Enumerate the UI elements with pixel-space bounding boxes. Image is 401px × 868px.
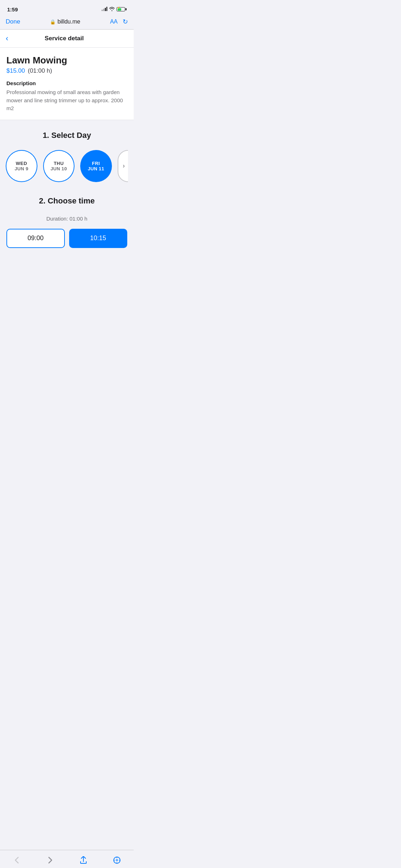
service-price: $15.00 bbox=[6, 67, 25, 74]
day-name-fri: FRI bbox=[92, 161, 100, 166]
time-buttons: 09:00 10:15 bbox=[0, 229, 134, 248]
duration-subtitle: Duration: 01:00 h bbox=[0, 216, 134, 222]
signal-icon bbox=[102, 7, 107, 12]
service-duration: (01:00 h) bbox=[28, 67, 52, 74]
status-time: 1:59 bbox=[7, 6, 18, 12]
status-bar: 1:59 ⚡ bbox=[0, 0, 134, 16]
day-date-jun10: JUN 10 bbox=[51, 166, 67, 171]
day-wed-jun9[interactable]: WED JUN 9 bbox=[6, 150, 37, 182]
day-date-jun11: JUN 11 bbox=[88, 166, 104, 171]
next-day-button[interactable]: › bbox=[118, 150, 128, 182]
choose-time-title: 2. Choose time bbox=[0, 196, 134, 206]
aa-button[interactable]: AA bbox=[110, 19, 118, 25]
battery-icon: ⚡ bbox=[117, 7, 127, 11]
day-name-wed: WED bbox=[16, 161, 27, 166]
browser-actions: AA ↻ bbox=[110, 18, 128, 26]
done-button[interactable]: Done bbox=[6, 18, 20, 25]
day-thu-jun10[interactable]: THU JUN 10 bbox=[43, 150, 75, 182]
next-arrow-icon: › bbox=[123, 162, 125, 170]
service-info: Lawn Mowing $15.00 (01:00 h) Description… bbox=[0, 48, 134, 120]
browser-bar: Done 🔒 billdu.me AA ↻ bbox=[0, 16, 134, 30]
service-name: Lawn Mowing bbox=[6, 55, 127, 66]
svg-rect-0 bbox=[102, 10, 103, 11]
back-button[interactable]: ‹ bbox=[6, 34, 11, 43]
svg-rect-1 bbox=[103, 9, 104, 11]
time-slot-1015-label: 10:15 bbox=[90, 234, 106, 242]
page-title: Service detail bbox=[11, 35, 117, 42]
svg-rect-2 bbox=[105, 8, 106, 11]
time-slot-0900-label: 09:00 bbox=[27, 234, 43, 242]
wifi-icon bbox=[109, 6, 115, 12]
service-price-row: $15.00 (01:00 h) bbox=[6, 67, 127, 74]
app-header: ‹ Service detail bbox=[0, 30, 134, 48]
choose-time-section: 2. Choose time Duration: 01:00 h 09:00 1… bbox=[0, 189, 134, 257]
time-slot-0900[interactable]: 09:00 bbox=[6, 229, 65, 248]
svg-rect-3 bbox=[107, 7, 108, 11]
select-day-section: 1. Select Day WED JUN 9 THU JUN 10 FRI J… bbox=[0, 120, 134, 189]
browser-url: 🔒 billdu.me bbox=[50, 19, 80, 25]
select-day-title: 1. Select Day bbox=[0, 131, 134, 140]
reload-icon[interactable]: ↻ bbox=[123, 18, 128, 26]
time-slot-1015[interactable]: 10:15 bbox=[69, 229, 128, 248]
status-icons: ⚡ bbox=[102, 6, 127, 12]
day-picker: WED JUN 9 THU JUN 10 FRI JUN 11 › bbox=[0, 150, 134, 182]
day-fri-jun11[interactable]: FRI JUN 11 bbox=[80, 150, 112, 182]
description-text: Professional mowing of small areas with … bbox=[6, 88, 127, 113]
url-text: billdu.me bbox=[57, 19, 80, 25]
description-label: Description bbox=[6, 80, 127, 86]
lock-icon: 🔒 bbox=[50, 19, 56, 25]
day-name-thu: THU bbox=[54, 161, 64, 166]
day-date-jun9: JUN 9 bbox=[15, 166, 28, 171]
